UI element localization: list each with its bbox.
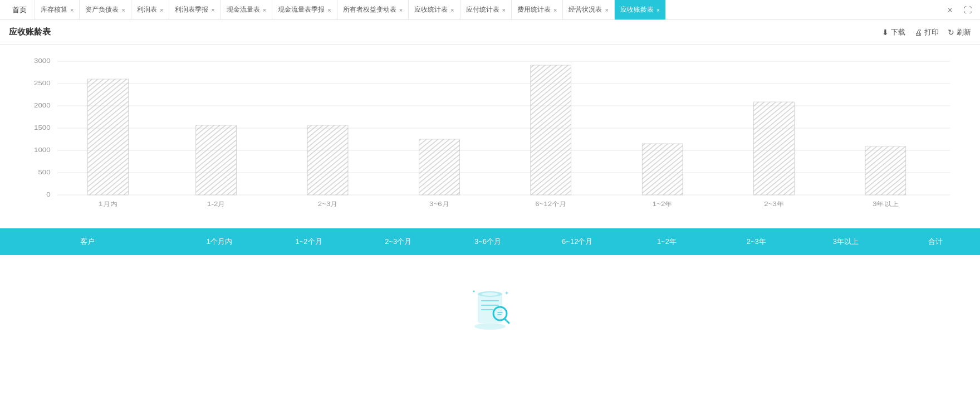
svg-text:2500: 2500	[34, 80, 51, 87]
svg-text:1~2年: 1~2年	[653, 200, 673, 208]
close-balance-tab[interactable]: ×	[121, 7, 125, 13]
svg-point-39	[496, 310, 504, 317]
svg-text:2~3年: 2~3年	[764, 200, 784, 208]
svg-text:2000: 2000	[34, 102, 51, 109]
tab-aging[interactable]: 应收账龄表 ×	[615, 0, 666, 20]
tab-profit-quarterly[interactable]: 利润表季报 ×	[169, 0, 220, 20]
tab-profit[interactable]: 利润表 ×	[131, 0, 169, 20]
close-cashflow-tab[interactable]: ×	[263, 7, 266, 13]
svg-text:1月内: 1月内	[99, 200, 117, 208]
th-3-6month: 3~6个月	[443, 237, 533, 247]
svg-rect-20	[642, 144, 683, 195]
th-2-3month: 2~3个月	[354, 237, 443, 247]
th-6-12month: 6~12个月	[532, 237, 622, 247]
bar-chart: 0 500 1000 1500 2000 2500 3000	[17, 56, 963, 223]
svg-text:1-2月: 1-2月	[207, 200, 225, 208]
table-header: 客户 1个月内 1~2个月 2~3个月 3~6个月 6~12个月 1~2年 2~…	[0, 228, 980, 255]
svg-rect-18	[419, 139, 460, 195]
close-expense-stat-tab[interactable]: ×	[553, 7, 557, 13]
svg-rect-15	[88, 79, 129, 195]
tab-bar-controls: × ⛶	[942, 2, 976, 18]
tab-home[interactable]: 首页	[4, 0, 35, 20]
th-1-2month: 1~2个月	[264, 237, 354, 247]
th-customer: 客户	[0, 237, 174, 247]
tab-inventory[interactable]: 库存核算 ×	[35, 0, 80, 20]
th-3plus-year: 3年以上	[801, 237, 891, 247]
tab-balance[interactable]: 资产负债表 ×	[80, 0, 131, 20]
download-icon: ⬇	[882, 28, 889, 37]
th-1month: 1个月内	[174, 237, 264, 247]
window-maximize-button[interactable]: ⛶	[960, 2, 976, 18]
close-inventory-tab[interactable]: ×	[70, 7, 74, 13]
close-profit-quarterly-tab[interactable]: ×	[211, 7, 214, 13]
tab-cashflow-quarterly[interactable]: 现金流量表季报 ×	[272, 0, 337, 20]
download-button[interactable]: ⬇ 下载	[882, 27, 905, 37]
close-aging-tab[interactable]: ×	[656, 7, 660, 13]
close-receivable-stat-tab[interactable]: ×	[450, 7, 454, 13]
svg-point-37	[482, 292, 498, 296]
svg-rect-16	[196, 125, 237, 195]
close-payable-stat-tab[interactable]: ×	[502, 7, 506, 13]
chart-area: 0 500 1000 1500 2000 2500 3000	[0, 45, 980, 228]
svg-rect-32	[478, 294, 502, 323]
svg-line-40	[504, 319, 509, 323]
th-2-3year: 2~3年	[712, 237, 801, 247]
svg-rect-19	[531, 65, 571, 195]
tab-operation[interactable]: 经营状况表 ×	[563, 0, 614, 20]
svg-rect-21	[754, 102, 795, 195]
th-1-2year: 1~2年	[622, 237, 712, 247]
close-cashflow-quarterly-tab[interactable]: ×	[327, 7, 331, 13]
print-button[interactable]: 🖨 打印	[914, 27, 939, 37]
page-title: 应收账龄表	[9, 27, 51, 37]
svg-text:1500: 1500	[34, 124, 51, 131]
tab-receivable-stat[interactable]: 应收统计表 ×	[409, 0, 460, 20]
refresh-button[interactable]: ↻ 刷新	[948, 27, 971, 37]
close-profit-tab[interactable]: ×	[160, 7, 163, 13]
svg-text:2~3月: 2~3月	[318, 200, 338, 208]
svg-text:6~12个月: 6~12个月	[535, 200, 566, 208]
tab-cashflow[interactable]: 现金流量表 ×	[221, 0, 272, 20]
refresh-icon: ↻	[948, 28, 954, 37]
th-total: 合计	[890, 237, 980, 247]
svg-text:1000: 1000	[34, 146, 51, 154]
chart-svg: 0 500 1000 1500 2000 2500 3000	[17, 56, 963, 223]
close-equity-tab[interactable]: ×	[399, 7, 403, 13]
svg-point-31	[474, 323, 506, 330]
tab-expense-stat[interactable]: 费用统计表 ×	[512, 0, 563, 20]
tab-equity[interactable]: 所有者权益变动表 ×	[337, 0, 409, 20]
print-icon: 🖨	[914, 28, 922, 37]
empty-state	[0, 255, 980, 344]
svg-rect-17	[307, 125, 348, 195]
svg-text:3000: 3000	[34, 57, 51, 65]
window-close-button[interactable]: ×	[942, 2, 958, 18]
svg-text:500: 500	[38, 169, 50, 176]
main-content: 0 500 1000 1500 2000 2500 3000	[0, 45, 980, 401]
close-operation-tab[interactable]: ×	[605, 7, 608, 13]
tab-payable-stat[interactable]: 应付统计表 ×	[460, 0, 512, 20]
empty-state-icon	[462, 277, 518, 333]
page-header: 应收账龄表 ⬇ 下载 🖨 打印 ↻ 刷新	[0, 20, 980, 45]
svg-rect-22	[865, 146, 906, 195]
tab-bar: 首页 库存核算 × 资产负债表 × 利润表 × 利润表季报 × 现金流量表 × …	[0, 0, 980, 20]
svg-text:3年以上: 3年以上	[873, 200, 899, 208]
page-actions: ⬇ 下载 🖨 打印 ↻ 刷新	[882, 27, 971, 37]
svg-text:0: 0	[46, 191, 51, 198]
svg-text:3~6月: 3~6月	[429, 200, 449, 208]
